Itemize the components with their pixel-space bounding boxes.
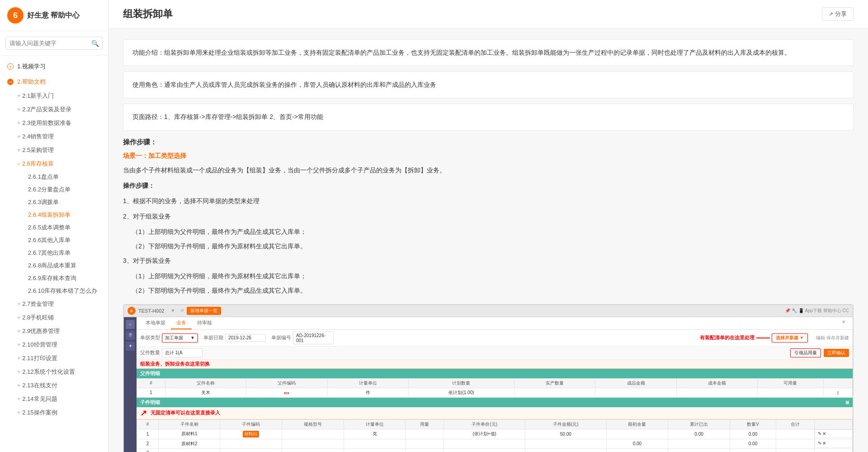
sidebar-item-video[interactable]: + 1.视频学习: [0, 59, 108, 74]
sidebar-item-install[interactable]: + 2.2产品安装及登录: [0, 103, 108, 116]
close-icon: ✕: [838, 317, 849, 329]
sidebar-item-2-6-6[interactable]: 2.6.6其他入库单: [5, 234, 108, 247]
annotation-text-1: 有装配清单的在这里处理: [700, 334, 755, 341]
brand-name: 好生意 帮助中心: [27, 11, 80, 20]
app-side-nav: ⌂ ☰ ★: [124, 317, 137, 452]
sidebar-item-2-6-7[interactable]: 2.6.7其他出库单: [5, 247, 108, 259]
dropdown-icon: ▼: [170, 308, 175, 313]
scenario1-title: 场景一：加工类型选择: [123, 152, 854, 160]
sidebar-item-new[interactable]: + 2.1新手入门: [0, 89, 108, 103]
screenshot-container: 6 TEST-H002 ▼ ⟳ 新增单据一览 📌 🔧 📱 App下载 帮助中心 …: [123, 304, 854, 452]
row-edit-icon[interactable]: ✎: [818, 441, 821, 446]
path-intro-block: 页面路径：1、库存核算->库存管理->组装拆卸单 2、首页->常用功能: [123, 104, 854, 130]
share-button[interactable]: ↗ 分享: [822, 7, 854, 21]
expand-icon: ⊞: [845, 400, 849, 405]
sidebar-item-data[interactable]: + 2.3使用前数据准备: [0, 116, 108, 130]
field-count: 父件数量 总计 1(A: [140, 348, 203, 357]
app-logo: 6: [127, 307, 136, 315]
annotation-area-1: 有装配清单的在这里处理 选择并新建 ▼: [700, 333, 811, 343]
date-input[interactable]: 2019-12-26: [225, 334, 266, 342]
sidebar-item-2-6-5[interactable]: 2.6.5成本调整单: [5, 221, 108, 234]
tab-pending[interactable]: 待审核: [192, 317, 217, 329]
sidebar-item-2-6-9[interactable]: 2.6.9库存账本查询: [5, 272, 108, 285]
function-intro-block: 功能介绍：组装拆卸单用来处理企业组装或拆卸等加工业务，支持有固定装配清单的产品加…: [123, 39, 854, 66]
annotation-row-4: ↗ 无固定清单可以在这里直接录入: [137, 407, 853, 419]
nav-tree: + 1.视频学习 − 2.帮助文档 + 2.1新手入门 + 2.2产品安装及登录: [0, 56, 108, 452]
share-label: 分享: [835, 10, 847, 18]
page-title: 组装拆卸单: [123, 7, 173, 21]
search-input[interactable]: [5, 37, 103, 50]
table-row: 3: [137, 448, 853, 452]
count-input[interactable]: 总计 1(A: [162, 348, 203, 357]
sidebar-item-purchase[interactable]: + 2.5采购管理: [0, 143, 108, 157]
scenario1-steps-title: 操作步骤：: [123, 179, 854, 192]
sidebar-item-docs[interactable]: − 2.帮助文档 + 2.1新手入门 + 2.2产品安装及登录 + 2.3使用前…: [0, 75, 108, 419]
search-box[interactable]: 🔍: [0, 31, 108, 56]
share-icon: ↗: [829, 11, 833, 17]
row-delete-icon[interactable]: ✕: [822, 441, 826, 446]
annotation-text-4: 无固定清单可以在这里直接录入: [151, 409, 220, 416]
usage-input[interactable]: 引领品用量: [790, 348, 821, 357]
sidebar-item-operation[interactable]: + 2.10经营管理: [0, 338, 108, 352]
tab-local[interactable]: 本地单据: [140, 317, 171, 329]
app-tabs: 本地单据 业务 待审核 ✕: [137, 317, 853, 330]
process-btn[interactable]: 选择并新建 ▼: [772, 333, 808, 343]
step2: 2、对于组装业务: [123, 210, 854, 223]
side-nav-home: ⌂: [126, 320, 135, 329]
sidebar-stock-children: 2.6.1盘点单 2.6.2分量盘点单 2.6.3调拨单 2.6.4组装拆卸单 …: [0, 171, 108, 297]
sidebar-item-faq[interactable]: + 2.14常见问题: [0, 392, 108, 406]
sidebar-item-mobile[interactable]: + 2.8手机旺铺: [0, 311, 108, 324]
sidebar-item-personalize[interactable]: + 2.12系统个性化设置: [0, 365, 108, 379]
step3-2: （2）下部明细为子件明细，最终作为产成品生成其它入库单。: [123, 284, 854, 297]
sidebar-item-capital[interactable]: + 2.7资金管理: [0, 297, 108, 311]
confirm-btn[interactable]: 立即确认: [824, 349, 849, 357]
sidebar-item-stock[interactable]: − 2.6库存核算: [0, 157, 108, 171]
annotation-arrow-1: [756, 338, 770, 338]
sku-input[interactable]: [284, 392, 289, 394]
doc-type-select[interactable]: 加工单据 ▼: [162, 333, 198, 343]
top-table: # 父件名称 父件编码 计量单位 计划数量 实产数量 成品金额 成本金额 可用量: [137, 378, 853, 398]
path-intro-text: 页面路径：1、库存核算->库存管理->组装拆卸单 2、首页->常用功能: [132, 111, 844, 123]
field-doc-no: 单据编号 AD-20191226-001: [271, 332, 334, 344]
plus-icon: +: [7, 63, 14, 70]
tab-business[interactable]: 业务: [171, 317, 192, 329]
field-doc-type: 单据类型 加工单据 ▼: [140, 333, 198, 343]
content-body: 功能介绍：组装拆卸单用来处理企业组装或拆卸等加工业务，支持有固定装配清单的产品加…: [108, 29, 868, 452]
app-main: 本地单据 业务 待审核 ✕ 单据类型 加工单据: [137, 317, 853, 452]
logo-icon: 6: [7, 7, 24, 24]
sidebar-item-sales[interactable]: + 2.4销售管理: [0, 130, 108, 143]
bottom-table-header-row: # 子件名称 子件编码 规格型号 计量单位 用量 子件单价(元) 子件金额(元)…: [137, 419, 853, 429]
bottom-table: # 子件名称 子件编码 规格型号 计量单位 用量 子件单价(元) 子件金额(元)…: [137, 419, 853, 452]
sidebar-item-2-6-10[interactable]: 2.6.10库存账本错了怎么办: [5, 285, 108, 297]
step2-2: （2）下部明细为子件明细，最终作为原材料生成其它出库单。: [123, 240, 854, 252]
table-header-row: # 父件名称 父件编码 计量单位 计划数量 实产数量 成品金额 成本金额 可用量: [137, 378, 853, 388]
sidebar-item-case[interactable]: + 2.15操作案例: [0, 406, 108, 419]
sidebar-item-2-6-3[interactable]: 2.6.3调拨单: [5, 196, 108, 209]
sidebar-logo: 6 好生意 帮助中心: [0, 0, 108, 31]
main-content: 组装拆卸单 ↗ 分享 功能介绍：组装拆卸单用来处理企业组装或拆卸等加工业务，支持…: [108, 0, 868, 452]
table-row: 2 原材料2 0.00 0: [137, 439, 853, 448]
function-intro-text: 功能介绍：组装拆卸单用来处理企业组装或拆卸等加工业务，支持有固定装配清单的产品加…: [132, 47, 844, 58]
sidebar-item-pay[interactable]: + 2.13在线支付: [0, 379, 108, 392]
form-row-1: 单据类型 加工单据 ▼ 单据日期 2019-12-26: [137, 330, 853, 346]
sidebar-item-2-6-4[interactable]: 2.6.4组装拆卸单: [5, 209, 108, 221]
sidebar-item-2-6-2[interactable]: 2.6.2分量盘点单: [5, 183, 108, 196]
side-nav-star: ★: [126, 342, 135, 351]
sidebar-docs-label: 2.帮助文档: [17, 78, 46, 86]
sidebar-item-coupon[interactable]: + 2.9优惠券管理: [0, 324, 108, 338]
annotation-text-2: 组装业务、拆卸业务在这里切换: [140, 361, 210, 366]
doc-no-input[interactable]: AD-20191226-001: [293, 332, 334, 344]
sidebar-item-2-6-1[interactable]: 2.6.1盘点单: [5, 171, 108, 183]
row-action-icon[interactable]: ↕: [836, 390, 839, 396]
app-screenshot: 6 TEST-H002 ▼ ⟳ 新增单据一览 📌 🔧 📱 App下载 帮助中心 …: [123, 305, 853, 452]
search-icon: 🔍: [91, 40, 99, 47]
new-record-btn[interactable]: 新增单据一览: [187, 307, 221, 315]
row-delete-icon[interactable]: ✕: [822, 431, 826, 436]
sidebar-item-2-6-8[interactable]: 2.6.8商品成本重算: [5, 259, 108, 272]
row-edit-icon[interactable]: ✎: [818, 431, 821, 436]
sidebar-item-print[interactable]: + 2.11打印设置: [0, 352, 108, 365]
toolbar-icons: 📌 🔧 📱 App下载 帮助中心 CC: [785, 308, 849, 314]
sidebar-docs-children: + 2.1新手入门 + 2.2产品安装及登录 + 2.3使用前数据准备 + 2.…: [0, 89, 108, 419]
app-body: ⌂ ☰ ★ 本地单据 业务 待审核 ✕: [124, 317, 853, 452]
role-intro-text: 使用角色：通常由生产人员或库管人员完成拆装业务的操作，库管人员确认原材料的出库和…: [132, 79, 844, 90]
